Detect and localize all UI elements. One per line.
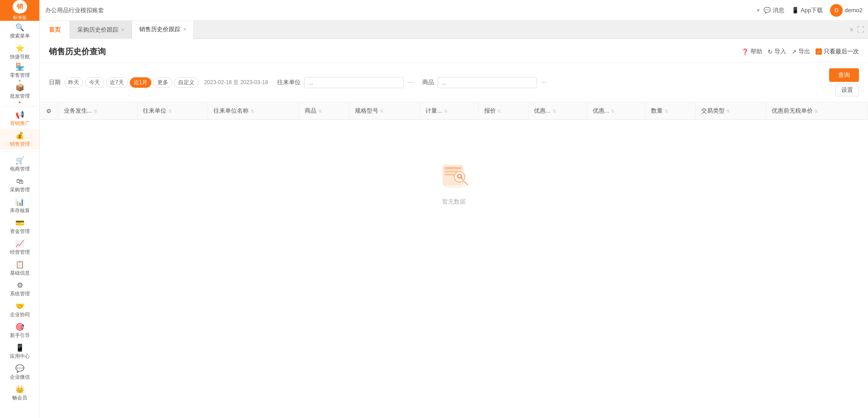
import-icon: ↻: [768, 48, 773, 55]
product-filter-input[interactable]: [438, 77, 537, 88]
sidebar-item-label: 零售管理: [10, 72, 30, 79]
avatar: D: [830, 4, 843, 17]
page-header-actions: ❓ 帮助 ↻ 导入 ↗ 导出 只看最后一次: [741, 48, 859, 56]
tab-fullscreen-button[interactable]: ⛶: [857, 26, 864, 34]
table-col-partner-code[interactable]: 往来单位 ⇅: [137, 102, 208, 120]
table-col-gear[interactable]: ⚙: [40, 102, 58, 120]
table-col-qty[interactable]: 数量 ⇅: [646, 102, 695, 120]
settings-button[interactable]: 设置: [835, 84, 859, 96]
sidebar-item-shortcuts[interactable]: ⭐ 快捷导航: [0, 42, 39, 62]
logo-icon: 销: [13, 0, 27, 14]
sidebar-item-sales[interactable]: 💰 销售管理: [0, 129, 39, 150]
table-col-spec[interactable]: 规格型号 ⇅: [349, 102, 420, 120]
finance-icon: 💳: [15, 218, 24, 227]
sidebar-item-finance[interactable]: 💳 资金管理: [0, 216, 39, 237]
sidebar-item-basic-info[interactable]: 📋 基础信息: [0, 258, 39, 279]
divider: [4, 152, 36, 152]
sidebar-item-label: 营销推广: [10, 120, 30, 127]
table-col-partner-name[interactable]: 往来单位名称 ⇅: [208, 102, 299, 120]
partner-filter-input[interactable]: [304, 77, 404, 88]
tab-sales-label: 销售历史价跟踪: [139, 25, 180, 33]
empty-state: 暂无数据: [40, 120, 868, 242]
sidebar-item-label: 新手引导: [10, 332, 30, 339]
sidebar-item-vip[interactable]: 👑 畅会员: [0, 383, 39, 404]
user-profile[interactable]: D demo2: [830, 4, 863, 17]
export-action[interactable]: ↗ 导出: [792, 48, 810, 56]
retail-icon: 🏪: [15, 62, 24, 71]
date-btn-7days[interactable]: 近7天: [106, 77, 128, 88]
sidebar-item-retail[interactable]: 🏪 零售管理 ▼: [0, 62, 39, 83]
table-col-discount1[interactable]: 优惠... ⇅: [528, 102, 587, 120]
help-action[interactable]: ❓ 帮助: [741, 48, 762, 56]
tab-sales-history[interactable]: 销售历史价跟踪 ×: [132, 21, 194, 39]
sidebar-item-label: 经营管理: [10, 249, 30, 256]
col-discount1-label: 优惠...: [534, 107, 551, 114]
table-col-product[interactable]: 商品 ⇅: [299, 102, 349, 120]
table-col-quote[interactable]: 报价 ⇅: [478, 102, 528, 120]
tab-bar-actions: × ⛶: [849, 26, 868, 34]
sidebar-item-inventory[interactable]: 📊 库存核算: [0, 195, 39, 216]
col-quote-label: 报价: [484, 107, 496, 114]
tab-purchase-history[interactable]: 采购历史价跟踪 ×: [70, 21, 132, 39]
table-col-unit[interactable]: 计量... ⇅: [420, 102, 479, 120]
date-btn-more[interactable]: 更多: [153, 77, 172, 88]
sidebar-item-search[interactable]: 🔍 搜索菜单: [0, 21, 39, 42]
marketing-icon: 📢: [15, 110, 24, 119]
date-btn-custom[interactable]: 自定义: [174, 77, 198, 88]
sort-arrow-icon: ⇅: [380, 109, 383, 114]
app-logo[interactable]: 销 标准版: [0, 0, 39, 21]
query-button[interactable]: 查询: [829, 68, 859, 82]
table-col-discount2[interactable]: 优惠... ⇅: [587, 102, 646, 120]
data-table: ⚙ 业务发生... ⇅ 往来单位 ⇅ 往来单位名称 ⇅: [40, 102, 868, 120]
page-header: 销售历史价查询 ❓ 帮助 ↻ 导入 ↗ 导出 只看最后一次: [40, 39, 868, 63]
sort-arrow-icon: ⇅: [318, 109, 322, 114]
gear-icon: ⚙: [46, 108, 52, 114]
tab-purchase-label: 采购历史价跟踪: [77, 26, 118, 34]
col-partner-code-label: 往来单位: [143, 107, 166, 114]
sidebar-item-label: 采购管理: [10, 186, 30, 193]
tab-close-all-button[interactable]: ×: [849, 26, 854, 34]
sidebar-item-operations[interactable]: 📈 经营管理: [0, 237, 39, 258]
partner-filter-dots[interactable]: ···: [407, 78, 413, 86]
sort-arrow-icon: ⇅: [665, 109, 668, 114]
sidebar-item-collaboration[interactable]: 🤝 企业协同: [0, 299, 39, 320]
basic-info-icon: 📋: [15, 260, 24, 269]
tab-home[interactable]: 首页: [40, 21, 70, 39]
tab-sales-close[interactable]: ×: [183, 26, 186, 33]
header-dropdown-arrow[interactable]: ▾: [757, 7, 760, 14]
sidebar-item-system[interactable]: ⚙ 系统管理: [0, 279, 39, 299]
search-icon: 🔍: [15, 23, 24, 32]
date-buttons: 昨天 今天 近7天 近1月 更多 自定义: [64, 77, 198, 88]
table-col-pretax-price[interactable]: 优惠前无税单价 ⇅: [766, 102, 868, 120]
sidebar-item-ecommerce[interactable]: 🛒 电商管理: [0, 154, 39, 175]
table-header: ⚙ 业务发生... ⇅ 往来单位 ⇅ 往来单位名称 ⇅: [40, 102, 868, 120]
sidebar-item-label: 电商管理: [10, 166, 30, 172]
date-btn-yesterday[interactable]: 昨天: [64, 77, 83, 88]
tab-home-label: 首页: [49, 26, 61, 34]
chevron-down-icon: ▼: [18, 79, 22, 83]
tab-purchase-close[interactable]: ×: [121, 27, 124, 33]
table-col-trade-type[interactable]: 交易类型 ⇅: [695, 102, 766, 120]
date-btn-today[interactable]: 今天: [85, 77, 104, 88]
sidebar-item-wechat[interactable]: 💬 企业微信: [0, 362, 39, 383]
sidebar-item-label: 搜索菜单: [10, 33, 30, 39]
import-action[interactable]: ↻ 导入: [768, 48, 786, 56]
sidebar-item-app-center[interactable]: 📱 应用中心: [0, 341, 39, 362]
col-product-label: 商品: [305, 107, 316, 114]
app-download-action[interactable]: 📱 App下载: [792, 6, 823, 14]
message-action[interactable]: 💬 消息: [764, 6, 784, 14]
col-spec-label: 规格型号: [355, 107, 378, 114]
sidebar-item-label: 畅会员: [12, 394, 27, 401]
operations-icon: 📈: [15, 239, 24, 248]
table-col-business-date[interactable]: 业务发生... ⇅: [58, 102, 137, 120]
date-btn-1month[interactable]: 近1月: [130, 77, 152, 88]
product-filter-label: 商品: [422, 78, 434, 86]
sort-arrow-icon: ⇅: [497, 109, 501, 114]
only-last-checkbox[interactable]: 只看最后一次: [816, 48, 859, 56]
sidebar-item-guide[interactable]: 🎯 新手引导: [0, 320, 39, 341]
sidebar-item-wholesale[interactable]: 📦 批发管理 ▲: [0, 83, 39, 104]
sidebar-item-marketing[interactable]: 📢 营销推广: [0, 108, 39, 129]
svg-rect-2: [444, 167, 462, 169]
product-filter-dots[interactable]: ···: [541, 78, 547, 86]
sidebar-item-purchase[interactable]: 🛍 采购管理: [0, 175, 39, 195]
